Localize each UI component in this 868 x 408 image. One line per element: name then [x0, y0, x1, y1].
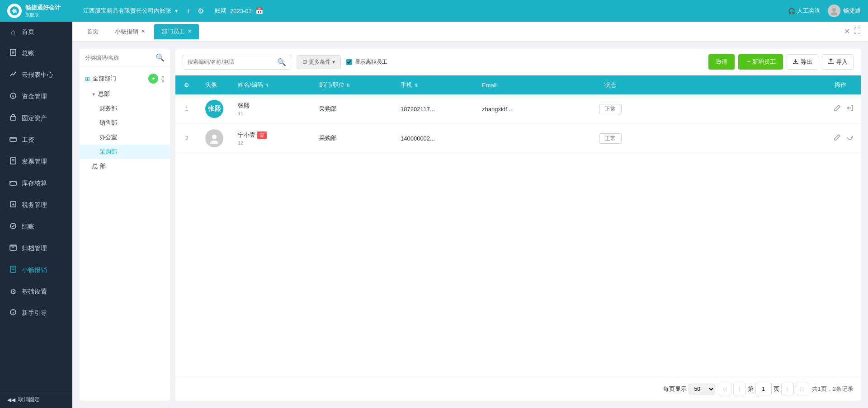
col-name[interactable]: 姓名/编码 ⇅	[231, 75, 312, 94]
header-right: 🎧 人工咨询 畅捷通	[788, 5, 861, 17]
search-icon[interactable]: 🔍	[277, 58, 286, 66]
logout-icon[interactable]	[846, 104, 854, 113]
page-size-area: 每页显示 50 10 20 100	[663, 384, 715, 394]
user-menu[interactable]: 畅捷通	[828, 5, 861, 17]
tab-department[interactable]: 部门员工 ✕	[154, 24, 199, 39]
per-page-select[interactable]: 50 10 20 100	[689, 384, 715, 394]
new-employee-button[interactable]: + 新增员工	[738, 54, 783, 70]
sidebar-item-salary[interactable]: 工资	[0, 129, 72, 151]
sidebar-item-checkout[interactable]: 结账	[0, 216, 72, 238]
cancel-fixed-btn[interactable]: ◀◀ 取消固定	[0, 391, 72, 408]
col-dept[interactable]: 部门/职位 ⇅	[312, 75, 393, 94]
tree-content: ⊞ 全部部门 ⟪ ▾ 总部	[80, 67, 170, 401]
calendar-icon[interactable]: 📅	[255, 7, 263, 14]
reports-icon	[9, 70, 17, 80]
sidebar-item-cloud-reports[interactable]: 云报表中心	[0, 64, 72, 86]
sidebar-item-inventory[interactable]: 库存核算	[0, 173, 72, 194]
first-page-btn[interactable]: ⟨⟨	[719, 383, 731, 395]
tree-node-zongbu[interactable]: ▾ 总部	[80, 87, 170, 101]
service-button[interactable]: 🎧 人工咨询	[788, 7, 821, 15]
sidebar-item-settings[interactable]: ⚙ 基础设置	[0, 281, 72, 302]
sidebar-item-invoice[interactable]: 发票管理	[0, 151, 72, 173]
headphone-icon: 🎧	[788, 8, 795, 14]
tree-search-icon[interactable]: 🔍	[156, 53, 165, 62]
search-input[interactable]	[188, 59, 274, 65]
plus-icon: ＋	[185, 6, 192, 16]
prev-page-btn[interactable]: ⟨	[733, 383, 746, 395]
sidebar-item-home[interactable]: ⌂ 首页	[0, 22, 72, 42]
tree-node-label: 总 部	[92, 162, 106, 170]
tree-add-button[interactable]	[148, 74, 158, 84]
invite-button[interactable]: 邀请	[708, 54, 735, 70]
tree-node-sales[interactable]: 销售部	[80, 116, 170, 130]
import-button[interactable]: 导入	[822, 54, 854, 70]
sidebar-item-xiaochang[interactable]: 小畅报销	[0, 259, 72, 281]
show-resigned-checkbox[interactable]: 显示离职员工	[346, 58, 387, 66]
main-layout: ⌂ 首页 总账 云报表中心 ¥ 资金管理 固定资产	[0, 22, 868, 408]
tab-close-icon[interactable]: ✕	[844, 27, 850, 36]
sidebar-item-fixed-assets[interactable]: 固定资产	[0, 108, 72, 129]
export-button[interactable]: 导出	[787, 54, 818, 70]
settings-icon[interactable]: ⚙	[198, 7, 204, 15]
col-settings[interactable]: ⚙	[175, 75, 198, 94]
tab-expand-icon[interactable]: ⛶	[854, 27, 861, 36]
tree-collapse-icon[interactable]: ⟪	[161, 75, 165, 82]
col-phone[interactable]: 手机 ⇅	[393, 75, 475, 94]
name-cell: 宁小壹应 12	[231, 124, 312, 153]
sidebar: ⌂ 首页 总账 云报表中心 ¥ 资金管理 固定资产	[0, 22, 72, 408]
tree-node-office[interactable]: 办公室	[80, 130, 170, 145]
filter-icon: ⊟	[302, 59, 307, 65]
svg-rect-17	[10, 181, 16, 185]
row-number: 2	[175, 124, 198, 153]
page-number-input[interactable]	[755, 383, 772, 395]
sidebar-item-general-ledger[interactable]: 总账	[0, 42, 72, 64]
tab-xiaochang-close[interactable]: ✕	[141, 28, 145, 34]
import-icon	[828, 58, 834, 66]
phone-cell: 187202117...	[393, 94, 475, 124]
sidebar-item-tax[interactable]: 税务管理	[0, 194, 72, 216]
tree-node-finance[interactable]: 财务部	[80, 101, 170, 116]
last-page-btn[interactable]: ⟩⟩	[796, 383, 808, 395]
period-label: 账期	[215, 7, 226, 15]
refresh-icon[interactable]	[846, 134, 854, 143]
chevron-down-icon: ▾	[175, 8, 178, 14]
tab-xiaochang[interactable]: 小畅报销 ✕	[108, 24, 152, 39]
tab-department-close[interactable]: ✕	[188, 28, 192, 34]
avatar-cell: 张熙	[198, 94, 231, 124]
tree-node-label: 销售部	[99, 119, 117, 127]
tree-node-purchase[interactable]: 采购部	[80, 145, 170, 159]
action-cell	[656, 94, 861, 124]
company-selector[interactable]: 江西服宝精品有限责任公司内账张 ▾	[83, 7, 178, 15]
tree-header-icons: ⟪	[148, 74, 165, 84]
sidebar-label-cloud-reports: 云报表中心	[22, 71, 53, 79]
sidebar-item-fund-management[interactable]: ¥ 资金管理	[0, 86, 72, 108]
tree-node-general-dept[interactable]: 总 部	[80, 159, 170, 174]
edit-icon[interactable]	[834, 104, 841, 113]
chevron-down-icon: ▾	[332, 59, 335, 65]
show-resigned-input[interactable]	[346, 59, 352, 65]
user-name: 畅捷通	[843, 7, 861, 15]
edit-icon[interactable]	[834, 134, 841, 143]
settings-col-icon: ⚙	[184, 82, 189, 89]
sort-icon: ⇅	[346, 83, 350, 88]
sidebar-label-salary: 工资	[22, 136, 34, 144]
sidebar-item-guide[interactable]: 新手引导	[0, 302, 72, 324]
filter-button[interactable]: ⊟ 更多条件 ▾	[297, 55, 341, 69]
status-badge: 正常	[599, 104, 622, 114]
employee-name: 张熙	[238, 102, 305, 110]
tree-root[interactable]: ⊞ 全部部门 ⟪	[80, 70, 170, 87]
filter-label: 更多条件	[309, 58, 330, 66]
tree-search-input[interactable]	[85, 55, 153, 61]
tree-node-label: 办公室	[99, 133, 117, 141]
next-page-btn[interactable]: ⟩	[781, 383, 794, 395]
add-company-btn[interactable]: ＋	[185, 6, 192, 16]
table-toolbar: 🔍 ⊟ 更多条件 ▾ 显示离职员工 邀请	[175, 49, 861, 75]
toolbar-right: 邀请 + 新增员工 导出	[708, 54, 854, 70]
sidebar-item-archive[interactable]: 归档管理	[0, 238, 72, 259]
col-avatar: 头像	[198, 75, 231, 94]
table-row: 2 宁小壹应 12 采购部 140000002... 正常	[175, 124, 861, 153]
tab-home[interactable]: 首页	[80, 24, 106, 39]
grid-icon: ⊞	[85, 75, 90, 82]
xiaochang-icon	[9, 266, 17, 275]
sidebar-label-general-ledger: 总账	[22, 49, 34, 57]
